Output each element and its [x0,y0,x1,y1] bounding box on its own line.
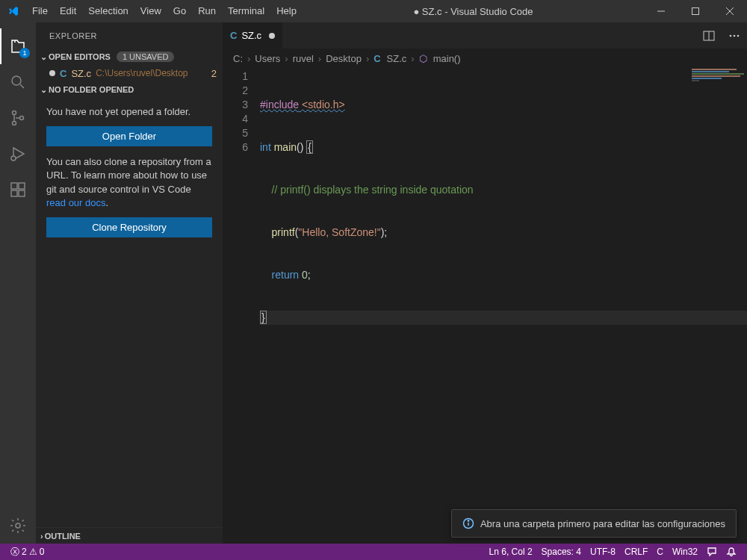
info-icon [462,517,474,529]
menu-file[interactable]: File [26,0,54,22]
no-folder-message: You have not yet opened a folder. [46,105,212,119]
no-folder-header[interactable]: ⌄ NO FOLDER OPENED [36,81,223,98]
clone-repository-button[interactable]: Clone Repository [46,217,212,237]
breadcrumb-file[interactable]: SZ.c [387,53,407,64]
breadcrumb-part[interactable]: ruvel [293,53,314,64]
svg-rect-10 [11,183,17,189]
chevron-right-icon: › [40,532,43,541]
open-folder-button[interactable]: Open Folder [46,126,212,146]
menu-help[interactable]: Help [270,0,303,22]
maximize-button[interactable] [678,0,713,22]
breadcrumb-part[interactable]: C: [233,53,243,64]
activity-bar: 1 [0,22,36,544]
c-file-icon: C [60,68,66,79]
activity-run-debug[interactable] [0,136,36,172]
unsaved-badge: 1 UNSAVED [117,52,175,62]
status-eol[interactable]: CRLF [620,544,652,560]
unsaved-dot-icon [269,33,275,39]
chevron-down-icon: ⌄ [40,52,47,62]
open-editors-label: OPEN EDITORS [49,52,111,61]
svg-point-22 [468,520,468,521]
tab-sz-c[interactable]: C SZ.c [223,22,283,49]
open-editor-item[interactable]: C SZ.c C:\Users\ruvel\Desktop 2 [36,65,223,81]
menu-run[interactable]: Run [192,0,222,22]
title-bar: File Edit Selection View Go Run Terminal… [0,0,747,22]
menu-edit[interactable]: Edit [54,0,82,22]
code-content[interactable]: #include <stdio.h> int main() { // print… [260,68,747,544]
activity-explorer[interactable]: 1 [0,28,36,64]
window-title: ● SZ.c - Visual Studio Code [303,6,644,17]
activity-source-control[interactable] [0,100,36,136]
menu-selection[interactable]: Selection [82,0,134,22]
sidebar: EXPLORER ⌄ OPEN EDITORS 1 UNSAVED C SZ.c… [36,22,223,544]
status-encoding[interactable]: UTF-8 [586,544,620,560]
sidebar-title: EXPLORER [36,22,223,49]
menu-bar: File Edit Selection View Go Run Terminal… [26,0,303,22]
close-button[interactable] [713,0,747,22]
error-icon: ⓧ [10,546,19,559]
outline-label: OUTLINE [45,532,81,541]
menu-terminal[interactable]: Terminal [222,0,270,22]
outline-header[interactable]: › OUTLINE [36,527,223,544]
c-file-icon: C [230,30,237,41]
breadcrumb-symbol[interactable]: main() [433,53,461,64]
breadcrumb-part[interactable]: Desktop [326,53,362,64]
svg-point-9 [11,156,16,161]
svg-point-19 [737,34,740,37]
menu-go[interactable]: Go [167,0,192,22]
breadcrumb-part[interactable]: Users [255,53,280,64]
open-editor-problems-count: 2 [211,68,217,79]
notification-text: Abra una carpeta primero para editar las… [480,518,725,529]
read-our-docs-link[interactable]: read our docs [46,197,106,208]
activity-search[interactable] [0,64,36,100]
status-language[interactable]: C [652,544,668,560]
svg-rect-13 [19,190,25,196]
svg-point-6 [13,111,16,115]
split-editor-button[interactable] [696,22,722,49]
editor-tabs: C SZ.c [223,22,747,49]
editor-area: C SZ.c C:› Users› ruvel› Desktop› C SZ.c… [223,22,747,544]
open-editors-header[interactable]: ⌄ OPEN EDITORS 1 UNSAVED [36,49,223,65]
status-platform[interactable]: Win32 [668,544,702,560]
vscode-logo-icon [0,5,26,17]
symbol-method-icon: ⬡ [419,53,427,64]
svg-point-8 [20,116,24,120]
warning-icon: ⚠ [29,547,37,557]
code-editor[interactable]: 123456 #include <stdio.h> int main() { /… [223,68,747,544]
svg-point-17 [730,34,732,37]
menu-view[interactable]: View [134,0,167,22]
clone-info-message: You can also clone a repository from a U… [46,155,212,210]
window-controls [644,0,747,22]
status-problems[interactable]: ⓧ2 ⚠0 [6,544,49,560]
unsaved-dot-icon [49,70,55,76]
minimap[interactable] [687,68,747,544]
breadcrumb[interactable]: C:› Users› ruvel› Desktop› C SZ.c› ⬡ mai… [223,49,747,68]
no-folder-body: You have not yet opened a folder. Open F… [36,98,223,254]
status-bar: ⓧ2 ⚠0 Ln 6, Col 2 Spaces: 4 UTF-8 CRLF C… [0,544,747,560]
svg-point-18 [734,34,736,37]
svg-line-5 [20,84,24,88]
svg-rect-1 [692,8,699,15]
more-actions-button[interactable] [722,22,747,49]
svg-point-14 [16,523,20,528]
activity-settings[interactable] [0,508,36,544]
tab-label: SZ.c [241,30,261,41]
status-ln-col[interactable]: Ln 6, Col 2 [485,544,537,560]
svg-rect-11 [19,183,25,189]
chevron-down-icon: ⌄ [40,85,47,95]
status-spaces[interactable]: Spaces: 4 [537,544,586,560]
status-notifications[interactable] [722,544,741,560]
minimize-button[interactable] [644,0,678,22]
open-editor-filename: SZ.c [71,68,91,79]
svg-rect-12 [11,190,17,196]
no-folder-label: NO FOLDER OPENED [49,85,134,94]
line-gutter: 123456 [223,68,260,544]
open-editor-filepath: C:\Users\ruvel\Desktop [96,68,211,78]
activity-extensions[interactable] [0,172,36,208]
svg-point-7 [13,122,16,125]
explorer-badge: 1 [19,48,30,58]
c-file-icon: C [374,53,380,64]
status-feedback[interactable] [702,544,722,560]
svg-point-4 [12,76,21,85]
notification-toast[interactable]: Abra una carpeta primero para editar las… [451,509,737,538]
